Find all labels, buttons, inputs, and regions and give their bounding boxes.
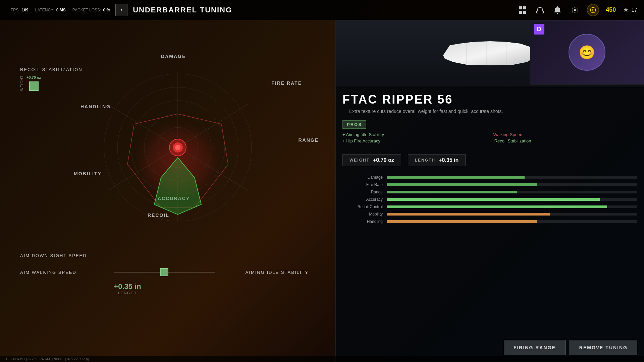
svg-rect-3 bbox=[523, 11, 526, 14]
weight-slider-label: WEIGHT bbox=[20, 75, 24, 91]
aim-walking-thumb[interactable] bbox=[160, 268, 168, 276]
stat-bar-row: Recoil Control bbox=[342, 204, 637, 209]
stat-bar-fill bbox=[387, 205, 607, 208]
pros-item-2: + Hip Fire Accuracy bbox=[342, 138, 489, 143]
stream-overlay: 😊 D bbox=[530, 20, 644, 84]
radar-range-label: RANGE bbox=[298, 137, 319, 143]
currency-amount: 450 bbox=[606, 6, 616, 13]
top-bar-left: FPS: 169 LATENCY: 0 MS PACKET LOSS: 0 % … bbox=[0, 4, 232, 16]
back-button[interactable]: ‹ bbox=[115, 4, 127, 16]
aim-walking-row: AIM WALKING SPEED AIMING IDLE STABILITY bbox=[20, 270, 309, 275]
weight-value-display: +0.70 oz bbox=[26, 75, 41, 79]
svg-rect-5 bbox=[542, 11, 543, 13]
top-bar-right: C 450 17 bbox=[517, 4, 644, 16]
stat-bar-track bbox=[387, 220, 637, 223]
radar-damage-label: DAMAGE bbox=[161, 54, 186, 59]
svg-rect-4 bbox=[537, 11, 538, 13]
stat-bar-track bbox=[387, 213, 637, 216]
svg-point-7 bbox=[574, 9, 576, 11]
stream-video: 😊 D bbox=[530, 20, 644, 84]
aim-walking-track[interactable] bbox=[114, 272, 215, 273]
attachment-name: FTAC RIPPER 56 bbox=[342, 90, 453, 108]
radar-fire-rate-label: FIRE RATE bbox=[271, 80, 302, 86]
attachment-name-row: FTAC RIPPER 56 bbox=[336, 87, 644, 108]
svg-rect-2 bbox=[519, 11, 522, 14]
fps-value: 169 bbox=[22, 8, 29, 12]
weight-slider-thumb[interactable] bbox=[29, 81, 39, 91]
latency-value: 0 MS bbox=[56, 8, 66, 12]
stat-bar-row: Fire Rate bbox=[342, 182, 637, 187]
length-unit: LENGTH bbox=[114, 291, 141, 295]
bottom-buttons: FIRING RANGE REMOVE TUNING bbox=[504, 340, 637, 355]
stat-bar-row: Mobility bbox=[342, 212, 637, 217]
cons-item-1: - Walking Speed bbox=[491, 132, 638, 137]
debug-bar: 9.12.13894191 [76.255.1740-41] [7000][8]… bbox=[0, 356, 644, 362]
stat-bar-track bbox=[387, 176, 637, 179]
stat-bar-fill bbox=[387, 191, 517, 193]
stat-bar-fill bbox=[387, 176, 525, 179]
length-badge-value: +0.35 in bbox=[439, 157, 459, 163]
stat-bar-fill bbox=[387, 213, 550, 216]
tuning-stats-badges: WEIGHT +0.70 oz LENGTH +0.35 in bbox=[336, 149, 644, 172]
latency-label: LATENCY: bbox=[35, 8, 54, 12]
bell-icon[interactable] bbox=[552, 5, 563, 15]
grid-icon[interactable] bbox=[517, 5, 528, 15]
attachment-image bbox=[440, 39, 540, 69]
length-badge: LENGTH +0.35 in bbox=[408, 154, 466, 166]
main-content: RECOIL STABILIZATION WEIGHT +0.70 oz DAM… bbox=[0, 20, 335, 362]
length-value: +0.35 in bbox=[114, 282, 141, 291]
attachment-desc-row: Extra texture cuts reduce overall weight… bbox=[336, 108, 644, 115]
stat-bar-name: Handling bbox=[342, 219, 383, 224]
debug-coords: 9.12.13894191 [76.255.1740-41] [7000][8]… bbox=[3, 357, 94, 361]
stat-bar-name: Damage bbox=[342, 175, 383, 180]
stat-bar-fill bbox=[387, 198, 600, 201]
svg-point-6 bbox=[557, 13, 558, 14]
radar-svg bbox=[94, 64, 262, 231]
right-panel: FTAC RIPPER 56 😊 D Extra texture cuts re… bbox=[335, 20, 644, 362]
twitch-logo: D bbox=[534, 24, 544, 35]
pros-item-3: + Recoil Stabilization bbox=[491, 138, 638, 143]
remove-tuning-button[interactable]: REMOVE TUNING bbox=[570, 340, 637, 355]
stat-bar-name: Accuracy bbox=[342, 197, 383, 202]
stat-bar-fill bbox=[387, 220, 537, 223]
radar-chart: DAMAGE FIRE RATE RANGE ACCURACY RECOIL M… bbox=[54, 54, 329, 228]
weight-badge-label: WEIGHT bbox=[350, 158, 370, 163]
headphones-icon[interactable] bbox=[535, 5, 545, 15]
packet-loss-value: 0 % bbox=[103, 8, 110, 12]
player-level-value: 17 bbox=[631, 7, 637, 13]
pros-section: PROS + Aiming Idle Stability - Walking S… bbox=[336, 115, 644, 149]
latency-stat: LATENCY: 0 MS bbox=[35, 8, 66, 12]
stat-bar-fill bbox=[387, 183, 537, 186]
stat-bar-name: Mobility bbox=[342, 212, 383, 217]
weight-badge: WEIGHT +0.70 oz bbox=[342, 154, 401, 166]
currency-icon: C bbox=[587, 4, 599, 16]
length-display: +0.35 in LENGTH bbox=[114, 282, 141, 295]
packet-loss-label: PACKET LOSS: bbox=[72, 8, 101, 12]
length-badge-label: LENGTH bbox=[415, 158, 435, 163]
stat-bar-row: Handling bbox=[342, 219, 637, 224]
ads-label: AIM DOWN SIGHT SPEED bbox=[20, 253, 87, 258]
stat-bar-track bbox=[387, 183, 637, 186]
page-title: UNDERBARREL TUNING bbox=[133, 6, 232, 14]
pros-item-1: + Aiming Idle Stability bbox=[342, 132, 489, 137]
stat-bar-track bbox=[387, 191, 637, 193]
pros-label: PROS bbox=[342, 120, 366, 129]
aiming-idle-label: AIMING IDLE STABILITY bbox=[221, 270, 309, 275]
stat-bar-row: Accuracy bbox=[342, 197, 637, 202]
stat-bar-name: Range bbox=[342, 190, 383, 194]
stat-bar-track bbox=[387, 198, 637, 201]
svg-rect-1 bbox=[523, 6, 526, 9]
streamer-avatar: 😊 bbox=[569, 34, 605, 71]
top-bar: FPS: 169 LATENCY: 0 MS PACKET LOSS: 0 % … bbox=[0, 0, 644, 20]
stat-bar-track bbox=[387, 205, 637, 208]
fps-stat: FPS: 169 bbox=[11, 8, 29, 12]
settings-icon[interactable] bbox=[570, 5, 580, 15]
fps-label: FPS: bbox=[11, 8, 20, 12]
firing-range-button[interactable]: FIRING RANGE bbox=[504, 340, 566, 355]
player-level: 17 bbox=[623, 7, 637, 13]
stat-bar-row: Range bbox=[342, 190, 637, 194]
performance-stats: FPS: 169 LATENCY: 0 MS PACKET LOSS: 0 % bbox=[4, 8, 110, 12]
weight-badge-value: +0.70 oz bbox=[373, 157, 394, 163]
stat-bar-name: Recoil Control bbox=[342, 204, 383, 209]
attachment-description: Extra texture cuts reduce overall weight… bbox=[342, 108, 523, 115]
